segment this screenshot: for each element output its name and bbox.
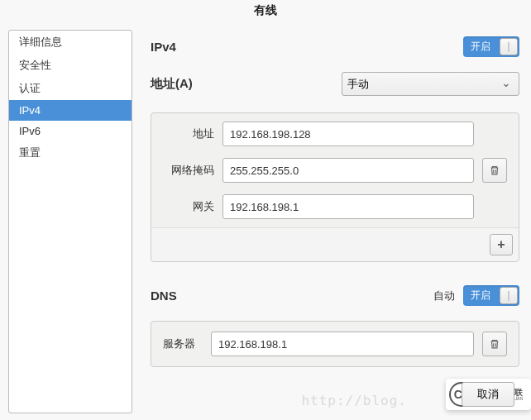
trash-icon — [489, 165, 500, 177]
toggle-on-label: 开启 — [463, 40, 498, 54]
content-scroll[interactable]: IPv4 开启 地址(A) 手动 — [132, 21, 531, 420]
delete-address-button[interactable] — [482, 158, 507, 183]
sidebar-item-reset[interactable]: 重置 — [9, 141, 132, 165]
dns-auto-toggle[interactable]: 开启 — [463, 285, 519, 306]
sidebar: 详细信息 安全性 认证 IPv4 IPv6 重置 — [8, 30, 132, 413]
address-input[interactable] — [222, 122, 474, 146]
window-title: 有线 — [0, 0, 531, 21]
address-fields-group: 地址 网络掩码 — [151, 112, 519, 262]
dns-auto-label: 自动 — [433, 289, 455, 303]
dns-fields-group: 服务器 — [151, 321, 519, 367]
trash-icon — [489, 338, 500, 351]
toggle-on-label: 开启 — [463, 289, 498, 303]
netmask-field-label: 网络掩码 — [160, 163, 214, 178]
ipv4-toggle[interactable]: 开启 — [463, 36, 519, 57]
plus-icon: + — [497, 237, 505, 252]
sidebar-item-ipv6[interactable]: IPv6 — [9, 121, 132, 141]
netmask-input[interactable] — [222, 158, 474, 183]
sidebar-item-details[interactable]: 详细信息 — [9, 31, 132, 54]
gateway-input[interactable] — [222, 194, 474, 219]
dns-server-input[interactable] — [211, 332, 474, 356]
ipv4-title: IPv4 — [151, 40, 176, 54]
sidebar-item-auth[interactable]: 认证 — [9, 77, 132, 100]
cancel-button[interactable]: 取消 — [462, 382, 514, 407]
gateway-field-label: 网关 — [160, 199, 214, 214]
method-select[interactable]: 手动 — [342, 72, 519, 96]
toggle-knob-icon — [500, 38, 518, 55]
delete-dns-button[interactable] — [482, 332, 507, 356]
sidebar-item-security[interactable]: 安全性 — [9, 54, 132, 77]
dns-server-label: 服务器 — [163, 336, 203, 351]
sidebar-item-ipv4[interactable]: IPv4 — [9, 100, 132, 121]
address-field-label: 地址 — [160, 126, 214, 141]
toggle-knob-icon — [500, 287, 518, 304]
dns-title: DNS — [151, 289, 177, 303]
address-heading: 地址(A) — [151, 76, 193, 92]
add-address-button[interactable]: + — [490, 234, 513, 255]
